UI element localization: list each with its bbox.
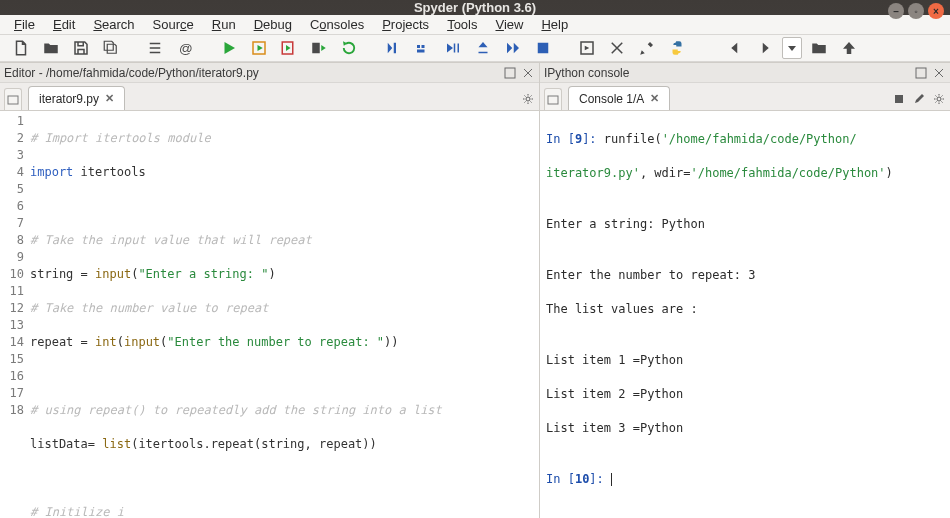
open-file-icon[interactable] <box>38 35 64 61</box>
svg-rect-10 <box>548 96 558 104</box>
menu-debug[interactable]: Debug <box>246 15 300 34</box>
svg-rect-11 <box>895 95 903 103</box>
editor-options-icon[interactable] <box>521 92 535 106</box>
menu-projects[interactable]: Projects <box>374 15 437 34</box>
svg-text:@: @ <box>179 41 193 56</box>
browse-dir-icon[interactable] <box>806 35 832 61</box>
toolbar: @ <box>0 35 950 62</box>
run-cell-advance-icon[interactable] <box>276 35 302 61</box>
console-interrupt-icon[interactable] <box>892 92 906 106</box>
run-cell-icon[interactable] <box>246 35 272 61</box>
run-selection-icon[interactable] <box>306 35 332 61</box>
menu-source[interactable]: Source <box>145 15 202 34</box>
menu-tools[interactable]: Tools <box>439 15 485 34</box>
ipython-console[interactable]: In [9]: runfile('/home/fahmida/code/Pyth… <box>540 111 950 518</box>
console-tab-browse-icon[interactable] <box>544 88 562 110</box>
parent-dir-icon[interactable] <box>836 35 862 61</box>
new-file-icon[interactable] <box>8 35 34 61</box>
svg-point-8 <box>526 97 530 101</box>
restart-kernel-icon[interactable] <box>336 35 362 61</box>
title-bar: Spyder (Python 3.6) – ◦ × <box>0 0 950 15</box>
menu-view[interactable]: View <box>487 15 531 34</box>
maximize-button[interactable]: ◦ <box>908 3 924 19</box>
svg-point-12 <box>937 97 941 101</box>
save-icon[interactable] <box>68 35 94 61</box>
preferences-icon[interactable] <box>634 35 660 61</box>
at-icon[interactable]: @ <box>172 35 198 61</box>
maximize-pane-icon[interactable] <box>574 35 600 61</box>
svg-rect-3 <box>312 43 320 54</box>
code-editor[interactable]: 123456789101112131415161718 # Import ite… <box>0 111 539 518</box>
debug-continue-icon[interactable] <box>500 35 526 61</box>
console-tab[interactable]: Console 1/A ✕ <box>568 86 670 110</box>
menu-edit[interactable]: Edit <box>45 15 83 34</box>
menu-consoles[interactable]: Consoles <box>302 15 372 34</box>
console-undock-icon[interactable] <box>914 66 928 80</box>
editor-tab-label: iterator9.py <box>39 92 99 106</box>
save-all-icon[interactable] <box>98 35 124 61</box>
svg-rect-6 <box>505 68 515 78</box>
debug-step-over-icon[interactable] <box>410 35 436 61</box>
menu-run[interactable]: Run <box>204 15 244 34</box>
menu-search[interactable]: Search <box>85 15 142 34</box>
run-icon[interactable] <box>216 35 242 61</box>
pane-close-icon[interactable] <box>521 66 535 80</box>
tab-browse-icon[interactable] <box>4 88 22 110</box>
working-dir-combo[interactable] <box>782 37 802 59</box>
outline-icon[interactable] <box>142 35 168 61</box>
menu-file[interactable]: File <box>6 15 43 34</box>
back-icon[interactable] <box>722 35 748 61</box>
forward-icon[interactable] <box>752 35 778 61</box>
pane-undock-icon[interactable] <box>503 66 517 80</box>
minimize-button[interactable]: – <box>888 3 904 19</box>
debug-step-icon[interactable] <box>440 35 466 61</box>
editor-tab[interactable]: iterator9.py ✕ <box>28 86 125 110</box>
console-tab-label: Console 1/A <box>579 92 644 106</box>
console-pane-title: IPython console <box>544 66 629 80</box>
console-cursor <box>611 473 612 486</box>
code-content[interactable]: # Import itertools module import itertoo… <box>28 111 539 518</box>
python-path-icon[interactable] <box>664 35 690 61</box>
debug-stop-icon[interactable] <box>530 35 556 61</box>
svg-rect-9 <box>916 68 926 78</box>
editor-tab-close-icon[interactable]: ✕ <box>105 92 114 105</box>
editor-pane: Editor - /home/fahmida/code/Python/itera… <box>0 63 540 518</box>
console-close-icon[interactable] <box>932 66 946 80</box>
window-title: Spyder (Python 3.6) <box>414 0 536 15</box>
line-number-gutter: 123456789101112131415161718 <box>0 111 28 518</box>
editor-pane-title: Editor - /home/fahmida/code/Python/itera… <box>4 66 259 80</box>
menu-help[interactable]: Help <box>533 15 576 34</box>
fullscreen-icon[interactable] <box>604 35 630 61</box>
console-pane: IPython console Console 1/A ✕ In [9]: ru… <box>540 63 950 518</box>
svg-rect-7 <box>8 96 18 104</box>
debug-step-into-icon[interactable] <box>380 35 406 61</box>
svg-rect-4 <box>538 43 549 54</box>
console-options-icon[interactable] <box>932 92 946 106</box>
menu-bar: File Edit Search Source Run Debug Consol… <box>0 15 950 35</box>
close-button[interactable]: × <box>928 3 944 19</box>
console-edit-icon[interactable] <box>912 92 926 106</box>
debug-step-out-icon[interactable] <box>470 35 496 61</box>
console-tab-close-icon[interactable]: ✕ <box>650 92 659 105</box>
